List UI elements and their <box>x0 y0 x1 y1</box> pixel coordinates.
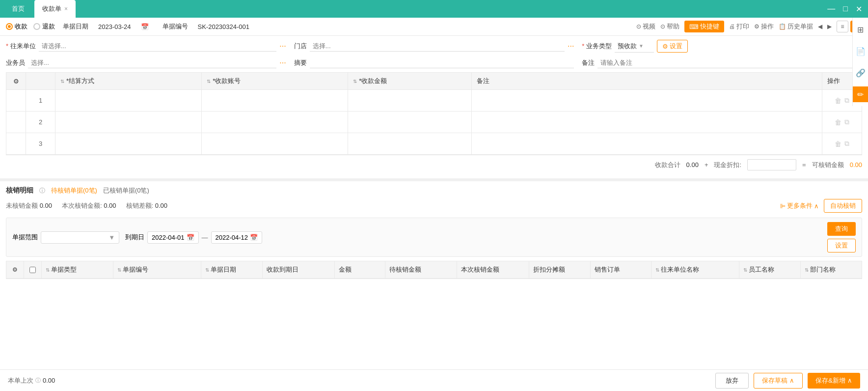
store-input[interactable] <box>310 41 565 52</box>
save-new-button[interactable]: 保存&新增 ∧ <box>808 373 860 389</box>
remark-label: 备注 <box>582 58 595 67</box>
select-all-checkbox[interactable] <box>29 267 36 273</box>
recon-header: 核销明细 ⓘ 待核销单据(0笔) 已核销单据(0笔) <box>6 186 862 195</box>
td-remark-1[interactable] <box>472 90 822 111</box>
copy-icon-3[interactable]: ⧉ <box>844 140 849 148</box>
sort-counterpart[interactable]: ⇅ <box>655 267 659 273</box>
shortcut-btn[interactable]: ⌨ 快捷键 <box>684 21 724 32</box>
sort-doc-num[interactable]: ⇅ <box>117 267 121 273</box>
staff-input[interactable] <box>28 57 276 68</box>
setting-button[interactable]: 设置 <box>827 239 856 252</box>
sort-icon-3[interactable]: ⇅ <box>353 79 357 84</box>
td-account-2[interactable] <box>202 112 348 133</box>
delete-icon-3[interactable]: 🗑 <box>835 140 841 148</box>
sort-icon[interactable]: ⇅ <box>60 79 64 84</box>
sidebar-edit-icon[interactable]: ✏ <box>853 86 868 102</box>
total-label: 收款合计 <box>655 161 680 169</box>
th-amount-label: *收款金额 <box>359 77 387 85</box>
store-more-icon[interactable]: ··· <box>568 42 574 51</box>
delete-icon-2[interactable]: 🗑 <box>835 118 841 126</box>
td-remark-3[interactable] <box>472 133 822 154</box>
td-settle-1[interactable] <box>55 90 202 111</box>
th-index <box>26 73 55 89</box>
discount-input[interactable] <box>747 159 796 170</box>
sort-doc-date[interactable]: ⇅ <box>205 267 209 273</box>
chevron-up-icon: ∧ <box>814 202 819 210</box>
td-settle-3[interactable] <box>55 133 202 154</box>
print-link[interactable]: 🖨 打印 <box>729 22 749 31</box>
bt-header: ⚙ ⇅ 单据类型 ⇅ 单据编号 ⇅ 单据日期 收款到期日 <box>6 261 862 279</box>
remark-input[interactable] <box>597 57 862 68</box>
delete-icon-1[interactable]: 🗑 <box>835 97 841 105</box>
summary-input[interactable] <box>310 57 574 68</box>
history-link[interactable]: 📋 历史单据 <box>779 22 813 31</box>
bt-th-due-date: 收款到期日 <box>263 261 334 278</box>
date-to-picker[interactable]: 2022-04-12 📅 <box>211 231 263 244</box>
settings-button[interactable]: ⚙ 设置 <box>657 40 688 53</box>
tab-bar: 首页 收款单 × — □ ✕ <box>0 0 868 18</box>
counterpart-field: 往来单位 ··· <box>6 41 286 52</box>
copy-icon-1[interactable]: ⧉ <box>844 96 849 105</box>
help-link[interactable]: ⊙ 帮助 <box>660 22 679 31</box>
staff-more-icon[interactable]: ··· <box>279 58 286 67</box>
draft-button[interactable]: 保存草稿 ∧ <box>754 373 803 389</box>
td-remark-2[interactable] <box>472 112 822 133</box>
right-sidebar: ⊞ 📄 🔗 ✏ <box>852 18 868 106</box>
radio-refund[interactable]: 退款 <box>33 22 55 31</box>
th-remark-label: 备注 <box>477 77 489 85</box>
filter-row: 单据范围 ▼ 到期日 2022-04-01 📅 — 2022-04-12 📅 <box>6 218 862 257</box>
minimize-btn[interactable]: — <box>825 4 837 13</box>
query-button[interactable]: 查询 <box>827 222 856 236</box>
sidebar-table-icon[interactable]: ⊞ <box>853 22 868 37</box>
nav-left-icon[interactable]: ◀ <box>818 23 822 30</box>
radio-receipt[interactable]: 收款 <box>6 22 27 31</box>
range-arrow-icon: ▼ <box>108 234 115 241</box>
counterpart-more-icon[interactable]: ··· <box>279 42 286 51</box>
tab-done[interactable]: 已核销单据(0笔) <box>103 186 149 195</box>
td-amount-2[interactable] <box>348 112 472 133</box>
tab-active[interactable]: 收款单 × <box>34 0 76 18</box>
tab-active-label: 收款单 <box>42 4 61 13</box>
sort-icon-2[interactable]: ⇅ <box>207 79 211 84</box>
due-date-label: 到期日 <box>125 233 144 242</box>
bt-settings-icon[interactable]: ⚙ <box>6 261 24 278</box>
td-account-1[interactable] <box>202 90 348 111</box>
td-amount-3[interactable] <box>348 133 472 154</box>
date-from-picker[interactable]: 2022-04-01 📅 <box>147 231 199 244</box>
td-amount-1[interactable] <box>348 90 472 111</box>
sidebar-link-icon[interactable]: 🔗 <box>853 65 868 81</box>
bt-th-doc-num: ⇅ 单据编号 <box>113 261 201 278</box>
toolbar-row: 收款 退款 单据日期 2023-03-24 📅 单据编号 SK-20230324… <box>0 18 868 36</box>
bt-checkbox-col[interactable] <box>24 261 42 278</box>
td-settle-2[interactable] <box>55 112 202 133</box>
tab-bar-right: — □ ✕ <box>825 4 864 14</box>
video-link[interactable]: ⊙ 视频 <box>636 22 655 31</box>
counterpart-input[interactable] <box>39 41 277 52</box>
tab-home[interactable]: 首页 <box>4 0 32 18</box>
sort-doc-type[interactable]: ⇅ <box>46 267 50 273</box>
abandon-button[interactable]: 放弃 <box>715 373 749 389</box>
auto-recon-btn[interactable]: 自动核销 <box>824 199 862 213</box>
sidebar-doc-icon[interactable]: 📄 <box>853 43 868 59</box>
close-btn[interactable]: ✕ <box>854 4 864 14</box>
biz-type-select[interactable]: 预收款 ▼ <box>615 40 654 53</box>
maximize-btn[interactable]: □ <box>841 4 850 13</box>
sort-dept[interactable]: ⇅ <box>805 267 809 273</box>
recon-info-icon[interactable]: ⓘ <box>39 187 45 195</box>
table-settings-icon[interactable]: ⚙ <box>6 73 26 89</box>
date-dash: — <box>202 234 208 241</box>
calendar-icon[interactable]: 📅 <box>141 23 149 30</box>
nav-right-icon[interactable]: ▶ <box>827 23 832 30</box>
copy-icon-2[interactable]: ⧉ <box>844 118 849 126</box>
range-select[interactable]: ▼ <box>41 231 119 244</box>
tab-close-icon[interactable]: × <box>64 5 68 12</box>
tab-pending[interactable]: 待核销单据(0笔) <box>51 186 97 195</box>
order-info-icon[interactable]: ⓘ <box>35 377 41 384</box>
list-view-btn[interactable]: ≡ <box>837 21 848 32</box>
sort-staff[interactable]: ⇅ <box>743 267 747 273</box>
td-index-2: 2 <box>26 112 55 133</box>
operation-link[interactable]: ⚙ 操作 <box>754 22 774 31</box>
more-conditions-btn[interactable]: ⊫ 更多条件 ∧ <box>780 201 819 210</box>
counterpart-label: 往来单位 <box>6 42 36 51</box>
td-account-3[interactable] <box>202 133 348 154</box>
